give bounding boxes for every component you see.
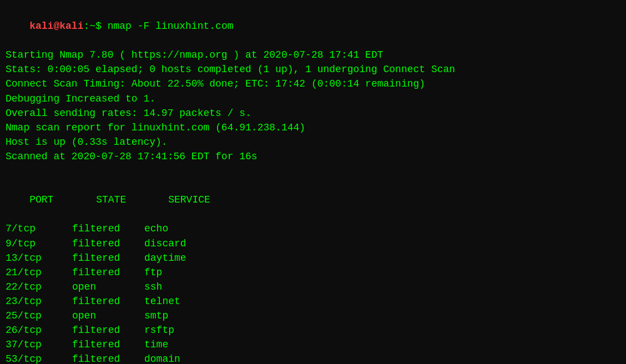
cell-state: filtered: [72, 221, 144, 236]
cell-service: rsftp: [144, 323, 174, 337]
cell-port: 7/tcp: [6, 221, 72, 236]
table-row: 9/tcpfiltereddiscard: [6, 236, 620, 251]
output-line-8: Scanned at 2020-07-28 17:41:56 EDT for 1…: [6, 149, 620, 164]
cell-port: 37/tcp: [6, 337, 72, 352]
cell-service: ssh: [144, 280, 162, 294]
cell-state: filtered: [72, 251, 144, 265]
cell-service: telnet: [144, 294, 180, 309]
cell-state: filtered: [72, 265, 144, 280]
cell-service: time: [144, 337, 168, 352]
cell-state: open: [72, 309, 144, 323]
cell-service: smtp: [144, 309, 168, 323]
cell-port: 26/tcp: [6, 323, 72, 337]
header-port: PORT: [29, 193, 96, 207]
cell-port: 13/tcp: [6, 251, 72, 265]
table-row: 25/tcpopensmtp: [6, 309, 620, 323]
cell-port: 22/tcp: [6, 280, 72, 294]
output-line-7: Host is up (0.33s latency).: [6, 135, 620, 149]
cell-state: filtered: [72, 337, 144, 352]
table-row: 22/tcpopenssh: [6, 280, 620, 294]
cell-state: filtered: [72, 236, 144, 251]
table-row: 26/tcpfilteredrsftp: [6, 323, 620, 337]
output-line-2: Stats: 0:00:05 elapsed; 0 hosts complete…: [6, 62, 620, 77]
cell-state: filtered: [72, 352, 144, 364]
output-line-3: Connect Scan Timing: About 22.50% done; …: [6, 77, 620, 91]
output-line-4: Debugging Increased to 1.: [6, 92, 620, 106]
output-line-5: Overall sending rates: 14.97 packets / s…: [6, 106, 620, 120]
terminal-window: kali@kali:~$ nmap -F linuxhint.com Start…: [0, 0, 626, 364]
cell-port: 53/tcp: [6, 352, 72, 364]
table-row: 13/tcpfiltereddaytime: [6, 251, 620, 265]
cell-state: filtered: [72, 323, 144, 337]
cell-state: filtered: [72, 294, 144, 309]
table-row: 21/tcpfilteredftp: [6, 265, 620, 280]
port-table: 7/tcpfilteredecho9/tcpfiltereddiscard13/…: [6, 221, 620, 364]
header-state: STATE: [96, 193, 168, 207]
output-line-6: Nmap scan report for linuxhint.com (64.9…: [6, 120, 620, 135]
cell-state: open: [72, 280, 144, 294]
output-line-1: Starting Nmap 7.80 ( https://nmap.org ) …: [6, 48, 620, 62]
prompt-user: kali@kali: [29, 21, 83, 32]
cell-service: daytime: [144, 251, 186, 265]
cell-service: discard: [144, 236, 186, 251]
prompt-path: :~$: [83, 21, 101, 32]
cell-service: echo: [144, 221, 168, 236]
cell-service: domain: [144, 352, 180, 364]
table-row: 7/tcpfilteredecho: [6, 221, 620, 236]
table-row: 37/tcpfilteredtime: [6, 337, 620, 352]
table-row: 53/tcpfiltereddomain: [6, 352, 620, 364]
cell-port: 23/tcp: [6, 294, 72, 309]
cell-port: 25/tcp: [6, 309, 72, 323]
cell-port: 21/tcp: [6, 265, 72, 280]
cell-port: 9/tcp: [6, 236, 72, 251]
header-service: SERVICE: [168, 193, 210, 207]
table-header: PORTSTATESERVICE: [6, 178, 620, 221]
table-row: 23/tcpfilteredtelnet: [6, 294, 620, 309]
cell-service: ftp: [144, 265, 162, 280]
command-text: nmap -F linuxhint.com: [102, 21, 234, 32]
prompt-line: kali@kali:~$ nmap -F linuxhint.com: [6, 4, 620, 48]
blank-line: [6, 164, 620, 178]
